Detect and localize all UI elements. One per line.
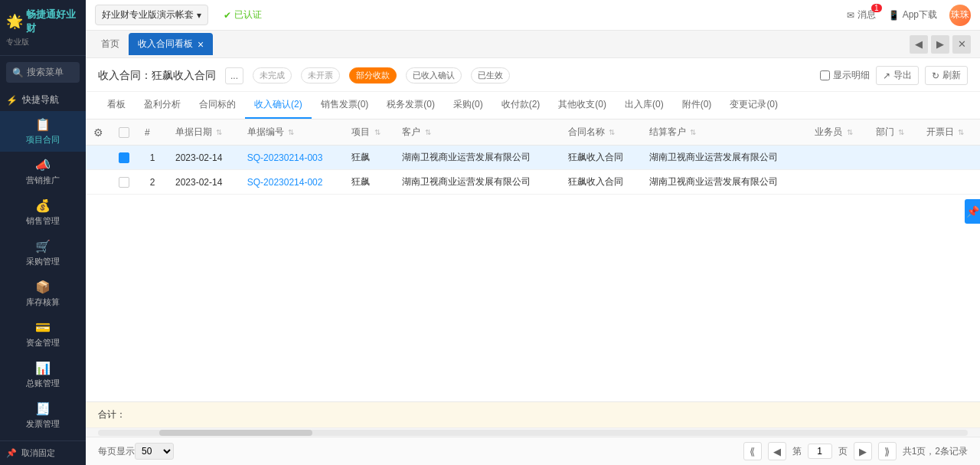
row-1-index: 1 bbox=[137, 146, 168, 170]
sub-tab-warehouse[interactable]: 出入库(0) bbox=[616, 92, 673, 119]
row-1-billing: 湖南卫视商业运营发展有限公司 bbox=[642, 146, 807, 170]
app-download-button[interactable]: 📱 App下载 bbox=[888, 8, 937, 21]
tab-home[interactable]: 首页 bbox=[95, 33, 126, 55]
tab-prev-button[interactable]: ◀ bbox=[910, 35, 928, 54]
tab-bar: 首页 收入合同看板 × ◀ ▶ ✕ bbox=[86, 31, 980, 58]
sub-tab-income-confirm[interactable]: 收入确认(2) bbox=[245, 92, 312, 119]
sub-tab-attachments[interactable]: 附件(0) bbox=[673, 92, 721, 119]
row-1-salesperson bbox=[807, 146, 868, 170]
sub-tab-other-income[interactable]: 其他收支(0) bbox=[549, 92, 616, 119]
topbar-right: ✉ 消息 1 📱 App下载 珠珠 bbox=[847, 5, 971, 26]
sidebar-item-purchase[interactable]: 🛒 采购管理 bbox=[0, 233, 86, 273]
message-button[interactable]: ✉ 消息 1 bbox=[847, 8, 876, 21]
check-icon: ✔ bbox=[224, 10, 231, 21]
tab-close-icon[interactable]: × bbox=[198, 38, 204, 51]
total-row: 合计： bbox=[86, 401, 980, 427]
row-2-checkbox[interactable] bbox=[111, 170, 137, 195]
table-header: ⚙ # 单据日期 ⇅ 单据编号 ⇅ 项目 ⇅ 客户 ⇅ 合同名称 ⇅ 结算客户 bbox=[86, 120, 980, 146]
row-2-dept bbox=[868, 170, 919, 195]
scrollbar-thumb[interactable] bbox=[159, 430, 312, 436]
show-detail-input[interactable] bbox=[820, 70, 830, 80]
content-area: 收入合同：狂飙收入合同 ... 未完成 未开票 部分收款 已收入确认 已生效 显… bbox=[86, 58, 980, 465]
row-2-number-link[interactable]: SQ-20230214-002 bbox=[247, 177, 323, 188]
sidebar-item-finance[interactable]: 💳 资金管理 bbox=[0, 314, 86, 355]
sidebar-item-general[interactable]: 📊 总账管理 bbox=[0, 355, 86, 395]
refresh-button[interactable]: ↻ 刷新 bbox=[925, 66, 968, 85]
page-actions: 显示明细 ↗ 导出 ↻ 刷新 bbox=[820, 66, 968, 85]
page-separator: 页 bbox=[838, 445, 848, 458]
sub-tab-sales-invoice[interactable]: 销售发票(0) bbox=[312, 92, 378, 119]
settings-icon[interactable]: ⚙ bbox=[93, 126, 103, 139]
inventory-icon: 📦 bbox=[35, 280, 51, 294]
quick-nav-button[interactable]: ⚡ 快捷导航 bbox=[0, 89, 86, 111]
row-settings bbox=[86, 170, 111, 195]
status-partial[interactable]: 部分收款 bbox=[349, 67, 397, 84]
sub-tab-profit[interactable]: 盈利分析 bbox=[135, 92, 190, 119]
col-customer-header[interactable]: 客户 ⇅ bbox=[394, 120, 560, 146]
user-avatar[interactable]: 珠珠 bbox=[949, 5, 971, 26]
app-logo: 🌟 畅捷通好业财 bbox=[6, 8, 80, 35]
status-confirmed[interactable]: 已收入确认 bbox=[406, 67, 462, 84]
sidebar-item-marketing[interactable]: 📣 营销推广 bbox=[0, 152, 86, 192]
show-detail-checkbox[interactable]: 显示明细 bbox=[820, 69, 870, 82]
tab-next-button[interactable]: ▶ bbox=[931, 35, 949, 54]
tab-close-all-button[interactable]: ✕ bbox=[952, 35, 971, 54]
sub-tab-tax-invoice[interactable]: 税务发票(0) bbox=[377, 92, 444, 119]
row-1-number[interactable]: SQ-20230214-003 bbox=[240, 146, 345, 170]
tab-income-contract[interactable]: 收入合同看板 × bbox=[129, 33, 213, 55]
panel-pin-icon[interactable]: 📌 bbox=[965, 205, 980, 218]
table-container: ⚙ # 单据日期 ⇅ 单据编号 ⇅ 项目 ⇅ 客户 ⇅ 合同名称 ⇅ 结算客户 bbox=[86, 120, 980, 401]
row-checkbox[interactable] bbox=[119, 177, 129, 188]
app-version: 专业版 bbox=[6, 37, 80, 47]
next-page-button[interactable]: ▶ bbox=[854, 442, 872, 460]
col-contract-header[interactable]: 合同名称 ⇅ bbox=[560, 120, 642, 146]
dropdown-icon: ▾ bbox=[197, 10, 201, 21]
sub-tab-change-log[interactable]: 变更记录(0) bbox=[720, 92, 787, 119]
prev-page-button[interactable]: ◀ bbox=[768, 442, 786, 460]
status-uninvoiced[interactable]: 未开票 bbox=[301, 67, 340, 84]
col-number-header[interactable]: 单据编号 ⇅ bbox=[240, 120, 345, 146]
total-info: 共1页，2条记录 bbox=[903, 445, 968, 458]
search-menu-button[interactable]: 🔍 搜索菜单 bbox=[6, 62, 80, 83]
more-options-button[interactable]: ... bbox=[225, 67, 243, 84]
page-size-select[interactable]: 20 50 100 200 bbox=[135, 443, 174, 460]
verified-badge: ✔ 已认证 bbox=[224, 8, 262, 21]
sidebar-logo: 🌟 畅捷通好业财 专业版 bbox=[0, 0, 86, 56]
sub-tab-contract-standard[interactable]: 合同标的 bbox=[190, 92, 245, 119]
company-selector[interactable]: 好业财专业版演示帐套 ▾ bbox=[95, 5, 208, 25]
col-date-header[interactable]: 单据日期 ⇅ bbox=[168, 120, 240, 146]
sidebar-item-project[interactable]: 📋 项目合同 bbox=[0, 111, 86, 152]
row-checkbox[interactable] bbox=[119, 152, 129, 163]
general-icon: 📊 bbox=[35, 361, 51, 375]
sub-tab-purchase[interactable]: 采购(0) bbox=[444, 92, 492, 119]
first-page-button[interactable]: ⟪ bbox=[743, 442, 762, 460]
sub-tab-payment[interactable]: 收付款(2) bbox=[492, 92, 550, 119]
row-1-opendate bbox=[919, 146, 980, 170]
horizontal-scrollbar[interactable] bbox=[86, 427, 980, 437]
row-2-number[interactable]: SQ-20230214-002 bbox=[240, 170, 345, 195]
select-all-checkbox[interactable] bbox=[119, 127, 129, 138]
row-1-checkbox[interactable] bbox=[111, 146, 137, 170]
current-page-input[interactable] bbox=[808, 444, 832, 459]
col-salesperson-header[interactable]: 业务员 ⇅ bbox=[807, 120, 868, 146]
col-project-header[interactable]: 项目 ⇅ bbox=[344, 120, 394, 146]
col-dept-header[interactable]: 部门 ⇅ bbox=[868, 120, 919, 146]
table-row[interactable]: 1 2023-02-14 SQ-20230214-003 狂飙 湖南卫视商业运营… bbox=[86, 146, 980, 170]
table-row[interactable]: 2 2023-02-14 SQ-20230214-002 狂飙 湖南卫视商业运营… bbox=[86, 170, 980, 195]
sub-tab-dashboard[interactable]: 看板 bbox=[98, 92, 135, 119]
row-1-number-link[interactable]: SQ-20230214-003 bbox=[247, 152, 323, 163]
sort-icon: ⇅ bbox=[609, 128, 615, 136]
invoice-icon: 🧾 bbox=[35, 401, 51, 416]
sidebar-item-sales[interactable]: 💰 销售管理 bbox=[0, 192, 86, 233]
fix-cancel-button[interactable]: 📌 取消固定 bbox=[0, 441, 86, 465]
status-effective[interactable]: 已生效 bbox=[471, 67, 510, 84]
row-1-contract: 狂飙收入合同 bbox=[560, 146, 642, 170]
last-page-button[interactable]: ⟫ bbox=[878, 442, 897, 460]
col-billing-header[interactable]: 结算客户 ⇅ bbox=[642, 120, 807, 146]
sort-icon: ⇅ bbox=[958, 128, 964, 136]
col-opendate-header[interactable]: 开票日 ⇅ bbox=[919, 120, 980, 146]
sidebar-item-inventory[interactable]: 📦 库存核算 bbox=[0, 273, 86, 314]
status-incomplete[interactable]: 未完成 bbox=[253, 67, 292, 84]
export-button[interactable]: ↗ 导出 bbox=[876, 66, 919, 85]
sidebar-item-invoice[interactable]: 🧾 发票管理 bbox=[0, 395, 86, 436]
